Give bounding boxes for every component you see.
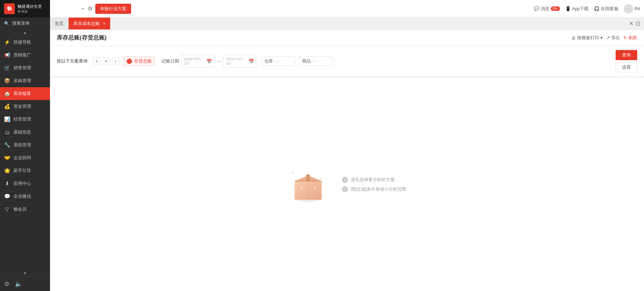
tab-close-icon[interactable]: × xyxy=(103,21,105,26)
breadcrumb-text xyxy=(54,6,80,12)
top-bar: ▾ ⚙ 体验行业方案 💬 消息 99+ 📱 App下载 🎧 在线客服 Rit xyxy=(50,0,644,18)
app-name: 畅捷通好生意 xyxy=(18,4,42,9)
empty-state: ✦ ✦ 1 请先选择要分析的方案 2 用[过滤]条件来缩小分析范围 xyxy=(50,78,644,291)
chevron-down-icon[interactable]: ▾ xyxy=(82,6,84,11)
filter-actions: + × ‹ xyxy=(93,57,119,65)
query-button[interactable]: 查询 xyxy=(616,50,637,60)
operation-icon: 📊 xyxy=(4,116,10,122)
print-chevron-icon: ▾ xyxy=(600,35,603,40)
sidebar-scroll-up[interactable]: ▲ xyxy=(0,29,50,36)
sidebar-item-label: 企业微信 xyxy=(14,193,31,199)
scheme-label: 存货总账 xyxy=(134,58,152,64)
mobile-icon: 📱 xyxy=(565,6,571,11)
sidebar-scroll-down[interactable]: ▼ xyxy=(0,270,50,276)
filter-scheme-item[interactable]: 🔴 存货总账 xyxy=(123,56,155,66)
system-icon: 🔧 xyxy=(4,142,10,148)
content-area: 库存总账(存货总账) 🖨 按模板打印 ▾ ↗ 导出 ↻ 刷新 按以下方案查询 xyxy=(50,30,644,291)
export-button[interactable]: ↗ 导出 xyxy=(606,35,620,41)
search-icon: 🔍 xyxy=(4,21,9,26)
hint-num-1: 1 xyxy=(342,177,348,183)
sidebar-item-sales[interactable]: 🛒 销售管理 xyxy=(0,62,50,74)
sidebar-item-enterprise[interactable]: 🤝 企业协同 xyxy=(0,151,50,164)
refresh-button[interactable]: ↻ 刷新 xyxy=(623,35,637,41)
filter-delete-button[interactable]: × xyxy=(102,57,110,65)
warehouse-more-icon[interactable]: ··· xyxy=(274,58,280,64)
date-start-placeholder: yyyy-mm-dd xyxy=(184,56,205,66)
window-resize-icon[interactable]: ⊡ xyxy=(636,20,640,27)
sidebar-item-purchase[interactable]: 📦 采购管理 xyxy=(0,74,50,87)
page-title: 库存总账(存货总账) xyxy=(57,34,106,42)
warehouse-select[interactable]: 仓库 ··· xyxy=(261,56,295,66)
main-area: ▾ ⚙ 体验行业方案 💬 消息 99+ 📱 App下载 🎧 在线客服 Rit xyxy=(50,0,644,291)
sidebar-item-label: 新手引导 xyxy=(14,168,31,174)
svg-text:✦: ✦ xyxy=(291,171,295,175)
tabs-bar: 首页 库存成本总账 × ✕ ⊡ xyxy=(50,18,644,30)
product-more-icon[interactable]: ··· xyxy=(312,58,318,64)
sidebar-item-quick-nav[interactable]: ⚡ 快捷导航 xyxy=(0,36,50,49)
top-bar-right: 💬 消息 99+ 📱 App下载 🎧 在线客服 Rit xyxy=(534,4,640,14)
inventory-icon: 🏠 xyxy=(4,91,10,97)
breadcrumb: ▾ xyxy=(54,6,84,12)
refresh-label: 刷新 xyxy=(628,35,637,41)
app-edition: 标准版 xyxy=(18,9,42,14)
sidebar-item-finance[interactable]: 💰 资金管理 xyxy=(0,100,50,113)
date-start-input[interactable]: yyyy-mm-dd 📅 xyxy=(181,55,215,68)
sidebar-logo: 畅 畅捷通好生意 标准版 xyxy=(0,0,50,18)
tab-inventory-ledger[interactable]: 库存成本总账 × xyxy=(69,18,110,29)
app-download-item[interactable]: 📱 App下载 xyxy=(565,6,589,12)
sidebar-item-label: 库存核算 xyxy=(14,91,31,97)
sidebar-item-system[interactable]: 🔧 系统管理 xyxy=(0,139,50,151)
active-tab-label: 库存成本总账 xyxy=(73,21,100,27)
app-center-icon: ⬇ xyxy=(4,180,10,187)
sidebar-item-label: 应用中心 xyxy=(14,180,31,187)
sidebar-item-vip[interactable]: ▽ 畅会员 xyxy=(0,203,50,216)
scheme-red-dot-icon: 🔴 xyxy=(126,58,132,64)
export-label: 导出 xyxy=(611,35,620,41)
svg-text:✦: ✦ xyxy=(320,177,322,180)
calendar-end-icon[interactable]: 📅 xyxy=(249,59,254,64)
sidebar-item-app-center[interactable]: ⬇ 应用中心 xyxy=(0,177,50,190)
sidebar-item-inventory[interactable]: 🏠 库存核算 xyxy=(0,87,50,100)
hint-num-2: 2 xyxy=(342,186,348,192)
tabs-right: ✕ ⊡ xyxy=(625,18,644,29)
sidebar-item-label: 企业协同 xyxy=(14,155,31,161)
message-icon: 💬 xyxy=(534,6,539,11)
window-close-icon[interactable]: ✕ xyxy=(629,20,634,27)
enterprise-icon: 🤝 xyxy=(4,155,10,161)
sidebar-item-marketing[interactable]: 📢 营销推广 xyxy=(0,49,50,62)
sidebar-item-guide[interactable]: 🌟 新手引导 xyxy=(0,164,50,177)
empty-hint-2: 2 用[过滤]条件来缩小分析范围 xyxy=(342,186,406,192)
search-menu-item[interactable]: 🔍 搜索菜单 xyxy=(0,18,50,29)
filter-add-button[interactable]: + xyxy=(93,57,100,65)
filter-collapse-button[interactable]: ‹ xyxy=(112,57,119,65)
tab-home[interactable]: 首页 xyxy=(50,18,69,29)
user-avatar-item[interactable]: Rit xyxy=(624,4,640,14)
sidebar-item-operation[interactable]: 📊 经营管理 xyxy=(0,113,50,126)
topbar-settings-icon[interactable]: ⚙ xyxy=(88,5,93,12)
settings-button[interactable]: 设置 xyxy=(616,62,637,72)
sidebar-item-basic[interactable]: 🗂 基础信息 xyxy=(0,126,50,139)
date-end-input[interactable]: yyyy-mm-dd 📅 xyxy=(223,55,257,68)
sidebar-item-label: 畅会员 xyxy=(14,206,27,212)
date-separator: — xyxy=(217,59,221,64)
purchase-icon: 📦 xyxy=(4,78,10,84)
audio-icon[interactable]: 🔈 xyxy=(15,280,22,288)
date-end-placeholder: yyyy-mm-dd xyxy=(226,56,247,66)
svg-rect-2 xyxy=(306,174,310,181)
industry-solution-button[interactable]: 体验行业方案 xyxy=(95,4,131,14)
logo-icon: 畅 xyxy=(4,3,15,14)
online-service-item[interactable]: 🎧 在线客服 xyxy=(594,6,618,12)
user-avatar xyxy=(624,4,633,14)
message-item[interactable]: 💬 消息 99+ xyxy=(534,6,560,12)
calendar-start-icon[interactable]: 📅 xyxy=(206,59,212,64)
marketing-icon: 📢 xyxy=(4,52,10,58)
product-select[interactable]: 商品 ··· xyxy=(299,56,333,66)
settings-icon[interactable]: ⚙ xyxy=(4,280,9,288)
sidebar-item-wechat[interactable]: 💬 企业微信 xyxy=(0,190,50,203)
guide-icon: 🌟 xyxy=(4,168,10,174)
print-button[interactable]: 🖨 按模板打印 ▾ xyxy=(571,35,603,41)
quick-nav-icon: ⚡ xyxy=(4,39,10,45)
filter-right-buttons: 查询 设置 xyxy=(616,50,637,72)
empty-illustration: ✦ ✦ xyxy=(288,164,328,205)
sidebar-nav: ⚡ 快捷导航 📢 营销推广 🛒 销售管理 📦 采购管理 🏠 库存核算 💰 资金管… xyxy=(0,36,50,270)
